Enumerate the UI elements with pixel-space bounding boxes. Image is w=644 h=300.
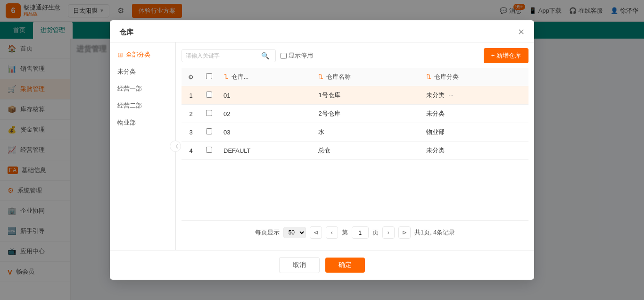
next-page-button[interactable]: › bbox=[382, 226, 395, 239]
sort-icon-name: ⇅ bbox=[318, 73, 323, 80]
row-name: 水 bbox=[313, 123, 421, 142]
show-disabled-label: 显示停用 bbox=[281, 51, 313, 60]
modal-overlay: 仓库 ✕ ⊞ 全部分类 未分类 经营一部 经营二部 bbox=[0, 0, 644, 300]
cat-item-dept2[interactable]: 经营二部 bbox=[110, 97, 175, 114]
cat-label-all: 全部分类 bbox=[126, 50, 150, 59]
pagination: 每页显示 50 ⊲ ‹ 第 页 › ⊳ 共1页, 4条记录 bbox=[182, 220, 528, 244]
row-checkbox[interactable] bbox=[206, 128, 212, 134]
warehouse-modal: 仓库 ✕ ⊞ 全部分类 未分类 经营一部 经营二部 bbox=[110, 20, 534, 280]
row-checkbox[interactable] bbox=[206, 92, 212, 98]
page-number-input[interactable] bbox=[352, 226, 369, 239]
category-sidebar: ⊞ 全部分类 未分类 经营一部 经营二部 物业部 《 bbox=[110, 42, 176, 250]
col-name: ⇅ 仓库名称 bbox=[313, 68, 421, 86]
cat-label-property: 物业部 bbox=[117, 118, 136, 127]
col-category: ⇅ 仓库分类 bbox=[421, 68, 528, 86]
modal-header: 仓库 ✕ bbox=[110, 20, 534, 42]
row-action-btn[interactable]: ··· bbox=[446, 90, 456, 100]
table-header: ⚙ ⇅ 仓库... ⇅ 仓库名称 bbox=[182, 68, 528, 86]
row-num: 3 bbox=[182, 123, 200, 142]
sort-icon-category: ⇅ bbox=[426, 73, 431, 80]
col-checkbox bbox=[200, 68, 218, 86]
grid-icon: ⊞ bbox=[117, 51, 123, 58]
last-page-button[interactable]: ⊳ bbox=[398, 226, 411, 239]
row-num: 2 bbox=[182, 105, 200, 123]
row-checkbox-cell bbox=[200, 105, 218, 123]
settings-col-icon: ⚙ bbox=[188, 74, 194, 81]
cat-label-dept2: 经营二部 bbox=[117, 101, 142, 110]
cat-item-all[interactable]: ⊞ 全部分类 bbox=[110, 46, 175, 63]
confirm-button[interactable]: 确定 bbox=[325, 258, 365, 273]
row-category: 未分类 bbox=[421, 142, 528, 160]
col-code: ⇅ 仓库... bbox=[218, 68, 313, 86]
row-code: DEFAULT bbox=[218, 142, 313, 160]
row-category: 物业部 bbox=[421, 123, 528, 142]
total-records: 共1页, 4条记录 bbox=[414, 228, 455, 237]
row-code: 01 bbox=[218, 86, 313, 105]
first-page-button[interactable]: ⊲ bbox=[310, 226, 322, 239]
cat-item-dept1[interactable]: 经营一部 bbox=[110, 80, 175, 97]
cat-collapse-button[interactable]: 《 bbox=[170, 141, 181, 152]
sort-icon-code: ⇅ bbox=[223, 73, 229, 80]
row-code: 03 bbox=[218, 123, 313, 142]
show-disabled-checkbox[interactable] bbox=[281, 53, 287, 59]
row-checkbox-cell bbox=[200, 142, 218, 160]
row-checkbox-cell bbox=[200, 86, 218, 105]
search-input[interactable] bbox=[186, 50, 261, 62]
row-num: 4 bbox=[182, 142, 200, 160]
row-checkbox[interactable] bbox=[206, 147, 212, 153]
modal-close-button[interactable]: ✕ bbox=[518, 27, 525, 37]
row-checkbox[interactable] bbox=[206, 110, 212, 116]
table-row[interactable]: 3 03 水 物业部 bbox=[182, 123, 528, 142]
table-row[interactable]: 2 02 2号仓库 未分类 bbox=[182, 105, 528, 123]
modal-title: 仓库 bbox=[119, 28, 133, 37]
row-category: 未分类 bbox=[421, 105, 528, 123]
warehouse-table: ⚙ ⇅ 仓库... ⇅ 仓库名称 bbox=[182, 68, 528, 160]
per-page-label: 每页显示 bbox=[255, 228, 280, 237]
select-all-checkbox[interactable] bbox=[206, 73, 212, 79]
row-num: 1 bbox=[182, 86, 200, 105]
row-code: 02 bbox=[218, 105, 313, 123]
page-label-pre: 第 bbox=[342, 228, 348, 237]
add-warehouse-button[interactable]: + 新增仓库 bbox=[484, 48, 528, 63]
per-page-select[interactable]: 50 bbox=[283, 227, 306, 238]
show-disabled-text: 显示停用 bbox=[289, 51, 313, 60]
search-icon[interactable]: 🔍 bbox=[261, 52, 269, 59]
col-settings: ⚙ bbox=[182, 68, 200, 86]
table-row[interactable]: 1 01 1号仓库 未分类 ··· bbox=[182, 86, 528, 105]
table-body: 1 01 1号仓库 未分类 ··· 2 02 bbox=[182, 86, 528, 160]
row-checkbox-cell bbox=[200, 123, 218, 142]
cat-item-uncategorized[interactable]: 未分类 bbox=[110, 63, 175, 80]
table-toolbar: 🔍 显示停用 + 新增仓库 bbox=[182, 48, 528, 63]
row-name: 总仓 bbox=[313, 142, 421, 160]
table-area: 🔍 显示停用 + 新增仓库 ⚙ bbox=[176, 42, 534, 250]
row-category: 未分类 ··· bbox=[421, 86, 528, 105]
row-name: 1号仓库 bbox=[313, 86, 421, 105]
prev-page-button[interactable]: ‹ bbox=[326, 226, 338, 239]
cat-label-dept1: 经营一部 bbox=[117, 84, 142, 93]
modal-body: ⊞ 全部分类 未分类 经营一部 经营二部 物业部 《 bbox=[110, 42, 534, 250]
cat-item-property[interactable]: 物业部 bbox=[110, 114, 175, 131]
page-label: 页 bbox=[372, 228, 379, 237]
cancel-button[interactable]: 取消 bbox=[279, 257, 320, 273]
cat-label-uncategorized: 未分类 bbox=[117, 67, 136, 76]
table-row[interactable]: 4 DEFAULT 总仓 未分类 bbox=[182, 142, 528, 160]
modal-footer: 取消 确定 bbox=[110, 250, 534, 280]
search-box: 🔍 bbox=[182, 49, 276, 62]
row-name: 2号仓库 bbox=[313, 105, 421, 123]
